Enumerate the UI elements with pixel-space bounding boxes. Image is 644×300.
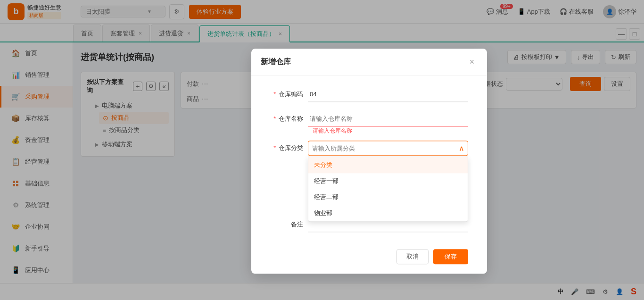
warehouse-code-label: * 仓库编码 [270,90,308,99]
category-select-wrapper: ∧ 未分类 经营一部 经营二部 物业部 [308,141,468,156]
add-warehouse-modal: 新增仓库 × * 仓库编码 * 仓库名称 请输入仓库名称 * 仓库分类 [251,49,487,274]
warehouse-code-input[interactable] [308,87,468,102]
warehouse-name-input[interactable] [308,111,468,126]
dropdown-item-uncategorized[interactable]: 未分类 [308,157,468,173]
modal-close-btn[interactable]: × [466,56,478,67]
modal-body: * 仓库编码 * 仓库名称 请输入仓库名称 * 仓库分类 ∧ [251,75,487,232]
save-btn[interactable]: 保存 [433,249,468,264]
warehouse-category-label: * 仓库分类 [270,144,308,152]
warehouse-name-error: 请输入仓库名称 [313,127,352,135]
category-select-input[interactable] [308,141,468,156]
warehouse-name-row: * 仓库名称 请输入仓库名称 [270,111,468,126]
cancel-btn[interactable]: 取消 [396,249,429,264]
modal-title: 新增仓库 [261,57,291,67]
warehouse-code-row: * 仓库编码 [270,87,468,102]
warehouse-name-label: * 仓库名称 [270,115,308,123]
modal-footer: 取消 保存 [251,242,487,274]
dropdown-item-dept2[interactable]: 经营二部 [308,189,468,205]
note-label: 备注 [270,220,308,229]
dropdown-item-dept1[interactable]: 经营一部 [308,173,468,189]
category-dropdown: 未分类 经营一部 经营二部 物业部 [308,157,468,222]
dropdown-item-dept3[interactable]: 物业部 [308,205,468,221]
warehouse-category-row: * 仓库分类 ∧ 未分类 经营一部 经营二部 物业部 [270,141,468,156]
modal-header: 新增仓库 × [251,49,487,75]
